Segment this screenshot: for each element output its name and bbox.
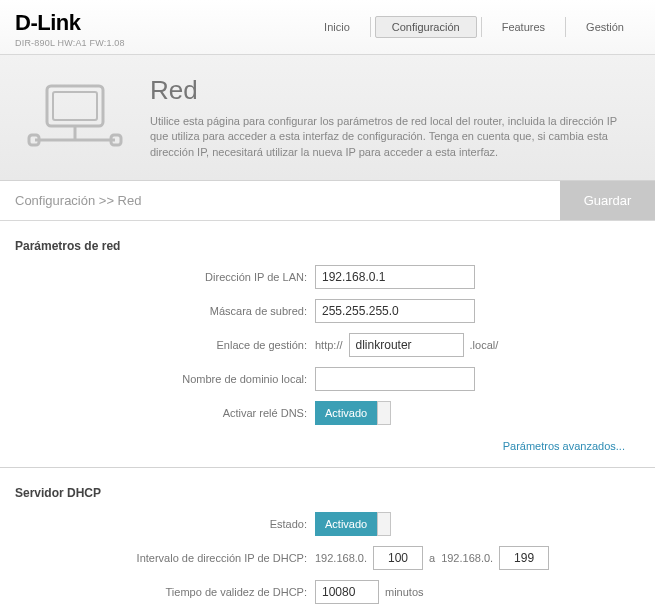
nav-features[interactable]: Features <box>486 17 561 37</box>
dhcp-range-end-input[interactable] <box>499 546 549 570</box>
dhcp-state-label: Estado: <box>15 518 315 530</box>
brand-logo: D-Link <box>15 10 125 36</box>
dhcp-range-prefix1: 192.168.0. <box>315 552 367 564</box>
nav-manage[interactable]: Gestión <box>570 17 640 37</box>
dhcp-lease-input[interactable] <box>315 580 379 604</box>
network-icon <box>25 78 125 158</box>
nav-separator <box>565 17 566 37</box>
dns-relay-label: Activar relé DNS: <box>15 407 315 419</box>
section-title-network: Parámetros de red <box>15 231 640 265</box>
svg-rect-4 <box>29 135 39 145</box>
dns-relay-toggle-state: Activado <box>315 401 377 425</box>
domain-label: Nombre de dominio local: <box>15 373 315 385</box>
page-description: Utilice esta página para configurar los … <box>150 114 630 160</box>
dhcp-lease-unit: minutos <box>385 586 424 598</box>
mgmt-link-label: Enlace de gestión: <box>15 339 315 351</box>
subnet-label: Máscara de subred: <box>15 305 315 317</box>
nav-home[interactable]: Inicio <box>308 17 366 37</box>
lan-ip-input[interactable] <box>315 265 475 289</box>
breadcrumb: Configuración >> Red <box>0 181 560 220</box>
model-info: DIR-890L HW:A1 FW:1.08 <box>15 38 125 48</box>
svg-rect-5 <box>111 135 121 145</box>
dhcp-range-separator: a <box>429 552 435 564</box>
toggle-handle <box>377 512 391 536</box>
nav-separator <box>481 17 482 37</box>
domain-input[interactable] <box>315 367 475 391</box>
dhcp-range-label: Intervalo de dirección IP de DHCP: <box>15 552 315 564</box>
dns-relay-toggle[interactable]: Activado <box>315 401 391 425</box>
nav-config[interactable]: Configuración <box>375 16 477 38</box>
save-button[interactable]: Guardar <box>560 181 655 220</box>
advanced-params-link[interactable]: Parámetros avanzados... <box>503 440 625 452</box>
page-title: Red <box>150 75 630 106</box>
section-title-dhcp: Servidor DHCP <box>15 478 640 512</box>
mgmt-link-input[interactable] <box>349 333 464 357</box>
dhcp-state-toggle[interactable]: Activado <box>315 512 391 536</box>
mgmt-suffix: .local/ <box>470 339 499 351</box>
subnet-input[interactable] <box>315 299 475 323</box>
svg-rect-1 <box>53 92 97 120</box>
toggle-handle <box>377 401 391 425</box>
dhcp-lease-label: Tiempo de validez de DHCP: <box>15 586 315 598</box>
mgmt-prefix: http:// <box>315 339 343 351</box>
dhcp-range-prefix2: 192.168.0. <box>441 552 493 564</box>
lan-ip-label: Dirección IP de LAN: <box>15 271 315 283</box>
top-nav: Inicio Configuración Features Gestión <box>308 10 640 38</box>
nav-separator <box>370 17 371 37</box>
dhcp-state-value: Activado <box>315 512 377 536</box>
dhcp-range-start-input[interactable] <box>373 546 423 570</box>
